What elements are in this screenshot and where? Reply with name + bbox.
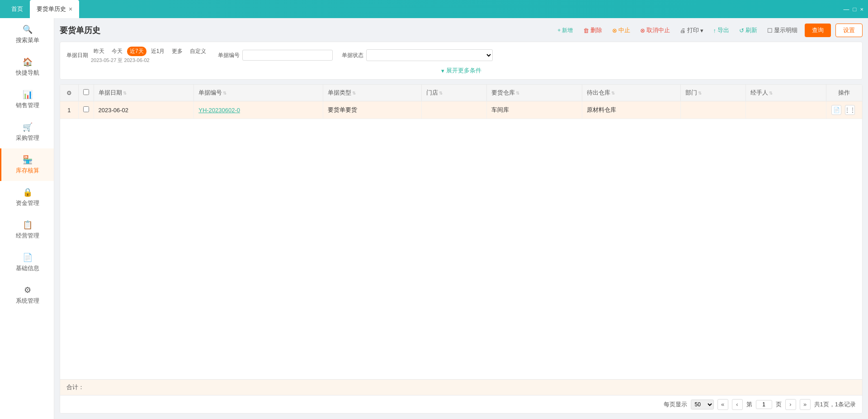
display-detail-button[interactable]: ☐ 显示明细 [764, 24, 800, 36]
th-ops: 操作 [826, 85, 862, 101]
search-menu-icon: 🔍 [23, 24, 33, 34]
date-shortcut-7days[interactable]: 近7天 [127, 47, 146, 56]
pagination-summary: 共1页，1条记录 [814, 400, 856, 409]
select-all-checkbox[interactable] [83, 89, 89, 95]
date-shortcut-more[interactable]: 更多 [169, 47, 185, 56]
sidebar-item-label: 库存核算 [16, 167, 39, 175]
table-scroll[interactable]: ⚙ 单据日期 ⇅ [60, 85, 862, 379]
maximize-icon[interactable]: □ [853, 6, 857, 13]
th-checkbox[interactable] [78, 85, 94, 101]
row-docno[interactable]: YH-20230602-0 [194, 101, 323, 119]
sort-dept-icon[interactable]: ⇅ [698, 90, 702, 95]
basic-icon: 📄 [23, 252, 33, 262]
date-shortcut-today[interactable]: 今天 [109, 47, 125, 56]
expand-more[interactable]: ▾ 展开更多条件 [66, 67, 856, 75]
sidebar-item-quick-nav[interactable]: 🏠 快捷导航 [0, 51, 54, 83]
sidebar-item-label: 经营管理 [16, 232, 39, 240]
settings-button[interactable]: 设置 [835, 24, 863, 37]
header-actions: + 新增 🗑 删除 ⊗ 中止 ⊗ 取消中止 🖨 打印 ▾ [555, 24, 863, 37]
row-checkbox-cell[interactable] [78, 101, 94, 119]
th-store: 门店 ⇅ [421, 85, 486, 101]
sidebar-item-search-menu[interactable]: 🔍 搜索菜单 [0, 18, 54, 51]
table-head: ⚙ 单据日期 ⇅ [60, 85, 862, 101]
status-select[interactable] [366, 49, 493, 61]
stop-button[interactable]: ⊗ 中止 [609, 24, 633, 36]
pagination: 每页显示 50 10 20 100 « ‹ 第 页 › » 共1页，1条记录 [60, 395, 862, 413]
sort-docno-icon[interactable]: ⇅ [223, 90, 226, 95]
sort-req-warehouse-icon[interactable]: ⇅ [516, 90, 519, 95]
first-page-button[interactable]: « [717, 399, 728, 410]
refresh-button[interactable]: ↺ 刷新 [736, 24, 760, 36]
date-shortcut-yesterday[interactable]: 昨天 [91, 47, 107, 56]
sidebar-item-finance[interactable]: 🔒 资金管理 [0, 181, 54, 214]
sidebar-item-purchase[interactable]: 🛒 采购管理 [0, 116, 54, 148]
export-button[interactable]: ↑ 导出 [711, 24, 732, 36]
print-icon: 🖨 [680, 27, 686, 34]
prev-page-button[interactable]: ‹ [732, 399, 743, 410]
sort-doctype-icon[interactable]: ⇅ [352, 90, 356, 95]
per-page-select[interactable]: 50 10 20 100 [691, 400, 714, 409]
date-shortcuts: 昨天 今天 近7天 近1月 更多 自定义 2023-05-27 至 2023-0… [91, 47, 209, 64]
th-pending-warehouse: 待出仓库 ⇅ [582, 85, 680, 101]
page-header: 要货单历史 + 新增 🗑 删除 ⊗ 中止 ⊗ 取消中止 🖨 打印 [60, 24, 863, 37]
last-page-button[interactable]: » [800, 399, 811, 410]
sort-date-icon[interactable]: ⇅ [123, 90, 127, 95]
date-shortcut-1month[interactable]: 近1月 [148, 47, 168, 56]
export-icon: ↑ [713, 27, 717, 34]
table-footer: 合计： [60, 379, 862, 395]
row-pending-warehouse: 原材料仓库 [582, 101, 680, 119]
status-label: 单据状态 [342, 52, 363, 59]
quick-nav-icon: 🏠 [23, 57, 33, 67]
minimize-icon[interactable]: — [844, 6, 849, 13]
delete-button[interactable]: 🗑 删除 [580, 24, 605, 36]
cancel-stop-button[interactable]: ⊗ 取消中止 [637, 24, 673, 36]
sales-icon: 📊 [23, 90, 33, 100]
purchase-icon: 🛒 [23, 122, 33, 132]
close-tab-icon[interactable]: × [69, 6, 72, 12]
main-layout: 🔍 搜索菜单 🏠 快捷导航 📊 销售管理 🛒 采购管理 🏪 库存核算 🔒 资金管… [0, 18, 868, 419]
filter-area: 单据日期 昨天 今天 近7天 近1月 更多 自定义 2023-05-27 至 2… [60, 42, 863, 80]
new-button[interactable]: + 新增 [555, 25, 576, 36]
row-dept [680, 101, 745, 119]
row-handler [746, 101, 826, 119]
row-doctype: 要货单要货 [323, 101, 422, 119]
page-number-input[interactable] [756, 400, 772, 409]
sidebar-item-system[interactable]: ⚙ 系统管理 [0, 279, 54, 311]
per-page-label: 每页显示 [664, 400, 687, 409]
row-store [421, 101, 486, 119]
th-docno: 单据编号 ⇅ [194, 85, 323, 101]
sidebar: 🔍 搜索菜单 🏠 快捷导航 📊 销售管理 🛒 采购管理 🏪 库存核算 🔒 资金管… [0, 18, 54, 419]
page-label-prefix: 第 [746, 400, 752, 409]
sidebar-item-operation[interactable]: 📋 经营管理 [0, 214, 54, 246]
date-filter: 单据日期 昨天 今天 近7天 近1月 更多 自定义 2023-05-27 至 2… [66, 47, 209, 64]
tab-home[interactable]: 首页 [5, 0, 30, 18]
sidebar-item-sales[interactable]: 📊 销售管理 [0, 83, 54, 116]
query-button[interactable]: 查询 [805, 24, 831, 37]
page-title: 要货单历史 [60, 25, 100, 36]
window-close-icon[interactable]: × [860, 6, 863, 13]
next-page-button[interactable]: › [785, 399, 796, 410]
filter-row: 单据日期 昨天 今天 近7天 近1月 更多 自定义 2023-05-27 至 2… [66, 47, 856, 64]
docno-link[interactable]: YH-20230602-0 [198, 107, 240, 114]
row-more-button[interactable]: ⋮⋮ [845, 105, 855, 115]
th-req-warehouse: 要货仓库 ⇅ [487, 85, 582, 101]
sidebar-item-label: 系统管理 [16, 297, 39, 305]
th-doctype: 单据类型 ⇅ [323, 85, 422, 101]
tab-active[interactable]: 要货单历史 × [30, 0, 79, 18]
docno-input[interactable] [242, 50, 333, 61]
sort-pending-warehouse-icon[interactable]: ⇅ [611, 90, 615, 95]
date-shortcut-custom[interactable]: 自定义 [187, 47, 209, 56]
row-checkbox[interactable] [83, 106, 89, 112]
sidebar-item-basic[interactable]: 📄 基础信息 [0, 246, 54, 279]
th-settings[interactable]: ⚙ [60, 85, 78, 101]
sidebar-item-label: 采购管理 [16, 134, 39, 142]
delete-icon: 🗑 [583, 27, 589, 34]
sidebar-item-inventory[interactable]: 🏪 库存核算 [0, 148, 54, 181]
print-button[interactable]: 🖨 打印 ▾ [677, 24, 706, 36]
table-row: 1 2023-06-02 YH-20230602-0 要货单要货 车间 [60, 101, 862, 119]
th-handler: 经手人 ⇅ [746, 85, 826, 101]
row-view-button[interactable]: 📄 [831, 105, 841, 115]
window-controls: — □ × [844, 6, 863, 13]
sort-store-icon[interactable]: ⇅ [439, 90, 443, 95]
sort-handler-icon[interactable]: ⇅ [769, 90, 773, 95]
